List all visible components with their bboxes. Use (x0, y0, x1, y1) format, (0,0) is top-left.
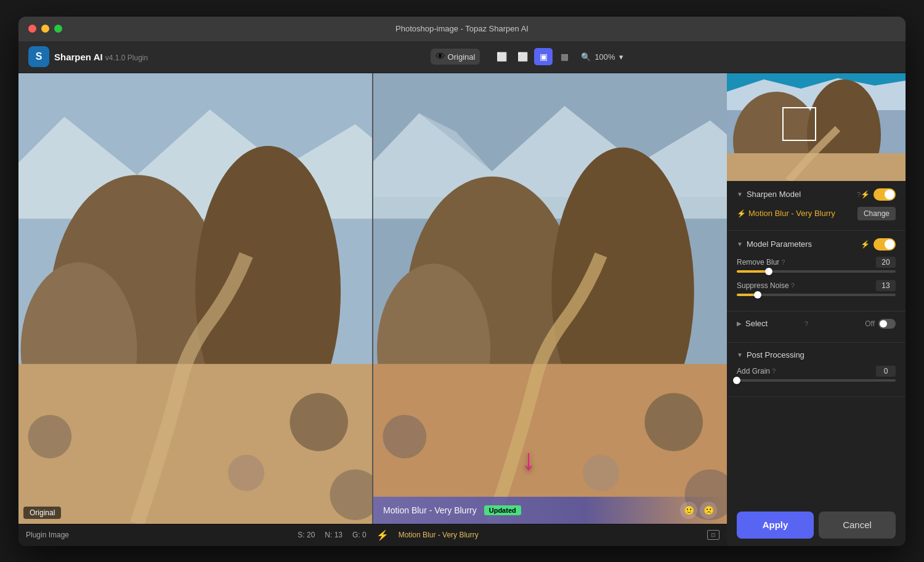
thumbnail-selector[interactable] (782, 107, 816, 141)
current-model-name: ⚡ Motion Blur - Very Blurry (737, 209, 853, 218)
original-image (18, 73, 372, 524)
minimize-button[interactable] (41, 25, 49, 33)
processed-image (373, 73, 727, 524)
post-processing-section: ▼ Post Processing Add Grain ? 0 (727, 343, 906, 397)
sharpen-model-switch[interactable] (873, 188, 896, 201)
select-title: Select (745, 319, 802, 328)
remove-blur-help-icon[interactable]: ? (781, 259, 785, 266)
remove-blur-param: Remove Blur ? 20 (737, 257, 896, 273)
view-compare-btn[interactable]: ▦ (555, 48, 573, 65)
main-content: Original (18, 73, 906, 546)
select-help-icon[interactable]: ? (804, 320, 808, 327)
suppress-noise-slider[interactable] (737, 294, 896, 296)
n-value: N: 13 (325, 531, 342, 539)
toolbar: S Sharpen AI v4.1.0 Plugin 👁 Original ⬜ … (18, 41, 906, 73)
plugin-image-label: Plugin Image (26, 531, 69, 539)
split-view: Original (18, 73, 727, 524)
cancel-button[interactable]: Cancel (819, 512, 896, 539)
brand-name: Sharpen AI v4.1.0 Plugin (54, 52, 148, 62)
suppress-noise-help-icon[interactable]: ? (791, 282, 795, 289)
maximize-button[interactable] (54, 25, 62, 33)
svg-point-8 (228, 454, 264, 491)
view-icons: ⬜ ⬜ ▣ ▦ (492, 48, 573, 65)
titlebar: Photoshop-image - Topaz Sharpen AI (18, 17, 906, 41)
model-status-text: Motion Blur - Very Blurry (383, 505, 477, 515)
add-grain-thumb[interactable] (733, 377, 740, 384)
toolbar-center: 👁 Original ⬜ ⬜ ▣ ▦ 🔍 100% ▾ (158, 48, 896, 65)
add-grain-label: Add Grain (737, 367, 770, 375)
thumbnail-icon[interactable]: ⊡ (707, 530, 719, 540)
sharpen-model-toggle: ⚡ (861, 188, 896, 201)
traffic-lights (28, 25, 62, 33)
chevron-down-icon: ▼ (737, 191, 743, 198)
view-toggle-original[interactable]: 👁 Original (431, 49, 480, 65)
model-parameters-section: ▼ Model Parameters ⚡ Remove Blur ? 20 (727, 231, 906, 311)
model-status-overlay: Motion Blur - Very Blurry Updated 🙂 🙁 (373, 497, 727, 524)
chevron-right-icon: ▶ (737, 320, 742, 327)
lightning-status-icon: ⚡ (376, 529, 389, 541)
zoom-value: 100% (594, 52, 615, 62)
action-buttons: Apply Cancel (727, 504, 906, 546)
remove-blur-label: Remove Blur (737, 258, 779, 267)
emoji-buttons: 🙂 🙁 (680, 502, 717, 519)
sharpen-model-section: ▼ Sharpen Model ? ⚡ ⚡ Motion Blur - Very… (727, 181, 906, 231)
add-grain-slider[interactable] (737, 379, 896, 382)
remove-blur-thumb[interactable] (765, 268, 772, 275)
select-switch[interactable] (878, 319, 896, 329)
thumbs-up-button[interactable]: 🙂 (680, 502, 697, 519)
brand: S Sharpen AI v4.1.0 Plugin (28, 46, 148, 67)
remove-blur-slider[interactable] (737, 270, 896, 273)
close-button[interactable] (28, 25, 36, 33)
main-window: Photoshop-image - Topaz Sharpen AI S Sha… (18, 17, 906, 546)
lightning-icon: ⚡ (861, 190, 870, 199)
remove-blur-value: 20 (876, 257, 896, 268)
zoom-control: 🔍 100% ▾ (581, 52, 623, 62)
g-value: G: 0 (352, 531, 367, 539)
post-processing-header[interactable]: ▼ Post Processing (737, 350, 896, 359)
sharpen-model-header[interactable]: ▼ Sharpen Model ? ⚡ (737, 188, 896, 201)
brand-logo: S (28, 46, 49, 67)
bottom-model-name: Motion Blur - Very Blurry (399, 531, 479, 539)
add-grain-value: 0 (876, 366, 896, 377)
select-header[interactable]: ▶ Select ? Off (737, 319, 896, 329)
chevron-down-icon-2: ▼ (737, 241, 743, 247)
suppress-noise-thumb[interactable] (754, 291, 761, 299)
add-grain-help-icon[interactable]: ? (772, 367, 776, 375)
model-row: ⚡ Motion Blur - Very Blurry Change (737, 207, 896, 220)
original-panel: Original (18, 73, 372, 524)
model-params-switch[interactable] (873, 238, 896, 251)
original-label: Original (23, 507, 61, 519)
thumbs-down-button[interactable]: 🙁 (700, 502, 717, 519)
view-single-btn[interactable]: ⬜ (492, 48, 511, 65)
post-processing-title: Post Processing (747, 350, 896, 359)
zoom-icon: 🔍 (581, 52, 591, 62)
select-section: ▶ Select ? Off (727, 311, 906, 343)
image-area: Original (18, 73, 727, 546)
svg-point-6 (28, 414, 71, 458)
zoom-chevron-icon[interactable]: ▾ (619, 52, 623, 62)
change-model-button[interactable]: Change (857, 207, 896, 220)
svg-point-19 (583, 454, 619, 491)
view-split-v-btn[interactable]: ▣ (534, 48, 553, 65)
model-parameters-title: Model Parameters (747, 239, 861, 249)
image-viewport[interactable]: Original (18, 73, 727, 524)
remove-blur-label-row: Remove Blur ? 20 (737, 257, 896, 268)
s-value: S: 20 (298, 531, 315, 539)
eye-icon: 👁 (436, 51, 445, 62)
right-panel: ▼ Sharpen Model ? ⚡ ⚡ Motion Blur - Very… (727, 73, 906, 546)
preview-thumbnail (727, 73, 906, 181)
suppress-noise-label-row: Suppress Noise ? 13 (737, 280, 896, 291)
thumbnail-toggle[interactable]: ⊡ (707, 530, 719, 540)
add-grain-label-row: Add Grain ? 0 (737, 366, 896, 377)
suppress-noise-value: 13 (876, 280, 896, 291)
lightning-icon-params: ⚡ (861, 240, 870, 249)
view-split-h-btn[interactable]: ⬜ (513, 48, 532, 65)
window-title: Photoshop-image - Topaz Sharpen AI (395, 24, 529, 33)
svg-rect-26 (727, 153, 906, 181)
select-toggle-row: Off (865, 319, 896, 329)
model-parameters-header[interactable]: ▼ Model Parameters ⚡ (737, 238, 896, 251)
processed-panel: Motion Blur - Very Blurry Updated 🙂 🙁 ↓ (372, 73, 727, 524)
apply-button[interactable]: Apply (737, 512, 814, 539)
suppress-noise-param: Suppress Noise ? 13 (737, 280, 896, 296)
suppress-noise-label: Suppress Noise (737, 281, 789, 290)
